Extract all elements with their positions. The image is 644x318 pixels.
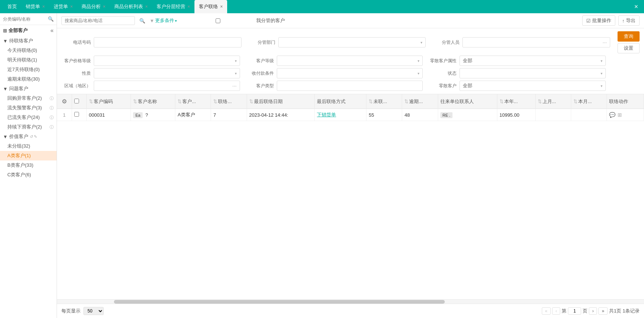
row-checkbox[interactable] [74, 112, 79, 117]
th-this-year[interactable]: ⇅本年... [497, 94, 535, 109]
page-end-label: 页 [583, 308, 587, 314]
price-level-dropdown[interactable]: ▾ [94, 56, 240, 66]
chat-icon[interactable]: 💬 [609, 112, 615, 118]
retail-attr-arrow: ▾ [601, 59, 602, 63]
sidebar-item-overdue-contact[interactable]: 逾期未联络(30) [0, 74, 57, 84]
sidebar-item-churn-warning[interactable]: 流失预警客户(3) ⓘ [0, 103, 57, 113]
select-all-checkbox[interactable] [74, 99, 79, 103]
filter-row-2: 客户价格等级 ▾ 客户等级 ▾ 零散客户属性 全部 [61, 56, 640, 66]
name-badge: Ea [133, 112, 142, 118]
th-unit-contact[interactable]: 往来单位联系人 [438, 94, 497, 109]
th-contacts[interactable]: ⇅联络... [211, 94, 247, 109]
sort-icon-contacts: ⇅ [213, 99, 217, 104]
nav-customer-contact[interactable]: 客户联络 × [194, 0, 227, 13]
row-checkbox-cell [72, 109, 86, 121]
settings-button[interactable]: 设置 [618, 43, 640, 53]
phone-input[interactable] [94, 37, 242, 47]
nav-product-analysis-list-close[interactable]: × [145, 4, 148, 9]
th-customer-type[interactable]: ⇅客户... [175, 94, 211, 109]
sidebar-item-today-pending[interactable]: 今天待联络(0) [0, 46, 57, 55]
th-last-month[interactable]: ⇅上月... [535, 94, 571, 109]
nav-customer-tier-close[interactable]: × [187, 4, 190, 9]
th-last-contact-date[interactable]: ⇅最后联络日期 [247, 94, 315, 109]
search-input[interactable] [61, 16, 135, 25]
group-pending-contact[interactable]: ▼ 待联络客户 [0, 36, 57, 46]
horizontal-scrollbar[interactable] [57, 299, 644, 304]
refresh-icon[interactable]: ↺ [30, 134, 33, 139]
th-name[interactable]: ⇅客户名称 [131, 94, 175, 109]
query-button[interactable]: 查询 [618, 31, 640, 42]
expand-arrow-icon-3: ▼ [3, 134, 8, 139]
page-number-input[interactable] [568, 307, 581, 315]
payment-dropdown[interactable]: ▾ [277, 68, 423, 78]
table-settings-btn[interactable]: ⚙ [60, 97, 68, 106]
nav-sales-close[interactable]: × [42, 4, 45, 9]
group-problem-customers[interactable]: ▼ 问题客户 [0, 84, 57, 93]
retail-customer-dropdown[interactable]: 全部 ▾ [459, 81, 606, 91]
sidebar-item-declining[interactable]: 持续下滑客户(2) ⓘ [0, 122, 57, 132]
th-not-contacted[interactable]: ⇅未联... [366, 94, 402, 109]
region-field[interactable]: ··· [94, 81, 240, 91]
customer-level-dropdown[interactable]: ▾ [277, 56, 423, 66]
customer-type-field[interactable] [277, 81, 423, 91]
last-contact-link[interactable]: 下销货单 [317, 112, 336, 117]
retail-attr-dropdown[interactable]: 全部 ▾ [459, 56, 606, 66]
nav-product-analysis[interactable]: 商品分析 × [77, 0, 110, 13]
table-header-row: ⚙ ⇅客户编码 ⇅客户名称 ⇅客户... ⇅联络... ⇅最后联络日期 最后联络… [57, 94, 644, 109]
sidebar-collapse-btn[interactable]: « [50, 27, 54, 34]
nav-sales[interactable]: 销货单 × [21, 0, 49, 13]
sidebar-item-class-a[interactable]: A类客户(1) [0, 151, 57, 160]
filter-retail-attr: 零散客户属性 全部 ▾ [427, 56, 606, 66]
export-button[interactable]: ↑ 导出 [618, 15, 640, 26]
first-page-btn[interactable]: « [542, 307, 551, 315]
nav-purchase[interactable]: 进货单 × [49, 0, 77, 13]
search-icon[interactable]: 🔍 [139, 18, 145, 24]
nav-home[interactable]: 首页 [3, 0, 21, 13]
th-code[interactable]: ⇅客户编码 [86, 94, 131, 109]
sidebar-item-churned[interactable]: 已流失客户(24) ⓘ [0, 113, 57, 122]
content-area: 🔍 ▼ 更多条件 ▾ 我分管的客户 ☑ 批量操作 ↑ 导出 [57, 13, 644, 318]
sidebar-item-class-b[interactable]: B类客户(33) [0, 160, 57, 170]
sidebar-item-class-c[interactable]: C类客户(6) [0, 170, 57, 180]
sidebar-search-icon[interactable]: 🔍 [48, 16, 54, 22]
page-size-select[interactable]: 10 20 50 100 [83, 307, 104, 315]
page-navigation: « ‹ 第 页 › » 共1页 1条记录 [542, 307, 640, 315]
last-page-btn[interactable]: » [598, 307, 608, 315]
my-customers-checkbox[interactable] [181, 18, 255, 23]
group-value-customers[interactable]: ▼ 价值客户 ↺ ✎ [0, 132, 57, 141]
more-filters-btn[interactable]: ▼ 更多条件 ▾ [150, 17, 177, 24]
sidebar-search-input[interactable] [3, 17, 46, 22]
info-icon-4: ⓘ [50, 124, 54, 130]
scroll-thumb[interactable] [114, 300, 445, 304]
th-overdue[interactable]: ⇅逾期... [402, 94, 438, 109]
sidebar-item-ungrouped[interactable]: 未分组(32) [0, 141, 57, 151]
th-last-contact-way[interactable]: 最后联络方式 [315, 94, 366, 109]
next-page-btn[interactable]: › [589, 307, 597, 315]
sidebar-item-7days-pending[interactable]: 近7天待联络(0) [0, 65, 57, 74]
nav-customer-contact-close[interactable]: × [220, 4, 223, 9]
th-this-month[interactable]: ⇅本月... [571, 94, 607, 109]
nav-customer-tier[interactable]: 客户分层经营 × [152, 0, 194, 13]
sort-icon-overdue: ⇅ [404, 99, 408, 104]
prev-page-btn[interactable]: ‹ [552, 307, 560, 315]
checkbox-icon: ☑ [586, 18, 591, 24]
th-gear[interactable]: ⚙ [57, 94, 72, 109]
qr-icon[interactable]: ⊞ [618, 112, 622, 118]
status-dropdown[interactable]: ▾ [459, 68, 606, 78]
batch-ops-button[interactable]: ☑ 批量操作 [582, 15, 615, 26]
nav-purchase-close[interactable]: × [70, 4, 73, 9]
info-icon-3: ⓘ [50, 115, 54, 120]
row-last-contact-way: 下销货单 [315, 109, 366, 121]
manager-field[interactable]: ··· [462, 37, 610, 47]
nature-dropdown[interactable]: ▾ [94, 68, 240, 78]
expand-arrow-icon-2: ▼ [3, 86, 8, 92]
dept-dropdown[interactable]: ▾ [278, 37, 426, 47]
sidebar-item-repurchase-abnormal[interactable]: 回购异常客户(2) ⓘ [0, 93, 57, 103]
sort-icon-this-year: ⇅ [500, 99, 504, 104]
close-all-icon[interactable]: × [631, 3, 641, 11]
filter-dept: 分管部门 ▾ [246, 37, 426, 47]
nav-product-analysis-close[interactable]: × [103, 4, 105, 9]
edit-group-icon[interactable]: ✎ [34, 134, 37, 139]
sidebar-item-tomorrow-pending[interactable]: 明天待联络(1) [0, 55, 57, 65]
nav-product-analysis-list[interactable]: 商品分析列表 × [110, 0, 152, 13]
